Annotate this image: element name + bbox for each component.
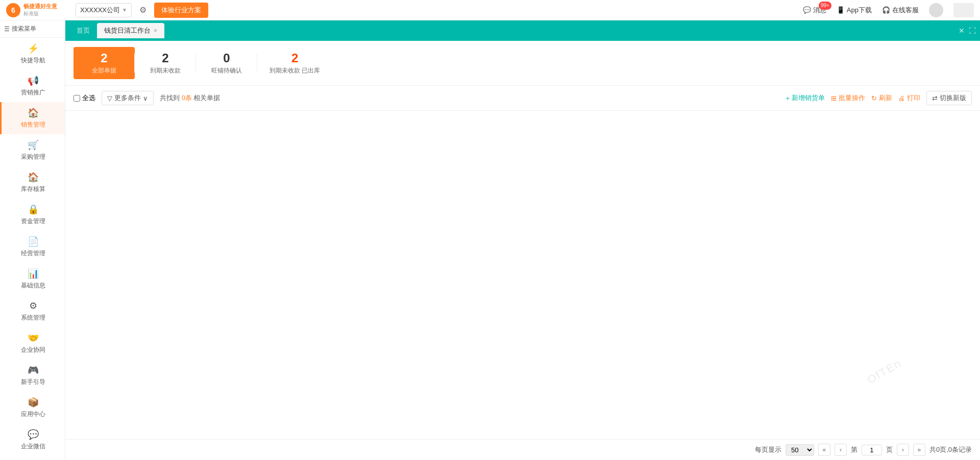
sidebar-item-app-center[interactable]: 📦 应用中心 [0, 392, 65, 424]
stat-pending-number: 0 [208, 51, 245, 65]
maximize-icon[interactable]: ⛶ [969, 27, 976, 35]
print-btn[interactable]: 🖨 打印 [898, 93, 920, 103]
table-area [65, 111, 980, 439]
purchase-icon: 🛒 [28, 139, 39, 151]
marketing-icon: 📢 [28, 75, 39, 86]
first-page-btn[interactable]: « [818, 444, 830, 456]
stats-row: 2 全部单据 2 到期未收款 0 旺铺待确认 2 到期未收款 已出库 [65, 41, 980, 86]
stat-pending-label: 旺铺待确认 [208, 66, 245, 75]
app-center-icon: 📦 [28, 397, 39, 408]
download-icon: 📱 [837, 6, 845, 14]
sidebar-item-sales[interactable]: 🏠 销售管理 [0, 102, 65, 134]
page-input[interactable] [862, 445, 882, 455]
sidebar-item-finance[interactable]: 🔒 资金管理 [0, 199, 65, 231]
found-prefix: 共找到 [160, 94, 180, 102]
sidebar-item-purchase[interactable]: 🛒 采购管理 [0, 134, 65, 166]
settings-icon[interactable]: ⚙ [136, 3, 150, 17]
user-name-area[interactable] [953, 3, 974, 17]
header-right: 💬 消息 99+ 📱 App下载 🎧 在线客服 [803, 3, 974, 17]
chevron-down-icon: ▼ [122, 7, 127, 13]
prev-page-btn[interactable]: ‹ [835, 444, 847, 456]
refresh-btn[interactable]: ↻ 刷新 [871, 93, 892, 103]
refresh-label: 刷新 [879, 93, 892, 103]
switch-icon: ⇄ [932, 94, 938, 102]
select-all-input[interactable] [74, 95, 80, 102]
page-unit: 页 [886, 445, 893, 454]
app-download-btn[interactable]: 📱 App下载 [837, 6, 872, 15]
sidebar-item-wechat[interactable]: 💬 企业微信 [0, 424, 65, 456]
experience-btn[interactable]: 体验行业方案 [154, 3, 208, 18]
company-name: XXXXXX公司 [80, 6, 120, 15]
sidebar-item-cooperation[interactable]: 🤝 企业协同 [0, 327, 65, 359]
inventory-icon: 🏠 [28, 172, 39, 183]
tab-bar: 首页 钱货日清工作台 × ✕ ⛶ [65, 20, 980, 41]
message-btn[interactable]: 💬 消息 99+ [803, 6, 826, 15]
content-area: 首页 钱货日清工作台 × ✕ ⛶ 2 全部单据 2 到期未收款 [65, 20, 980, 460]
found-text: 共找到 0条 相关单据 [160, 93, 220, 103]
avatar[interactable] [929, 3, 943, 17]
found-count: 0条 [182, 94, 192, 102]
stat-shipped[interactable]: 2 到期未收款 已出库 [257, 47, 332, 79]
stat-all[interactable]: 2 全部单据 [74, 47, 135, 79]
app-download-label: App下载 [847, 6, 872, 15]
page-label: 第 [851, 445, 857, 454]
message-badge: 99+ [819, 2, 831, 10]
chevron-down-icon: ∨ [143, 94, 148, 102]
next-page-btn[interactable]: › [897, 444, 909, 456]
plus-icon: + [786, 94, 790, 102]
sidebar-item-member[interactable]: ✓ 畅会员 [0, 456, 65, 460]
sidebar-item-marketing[interactable]: 📢 营销推广 [0, 70, 65, 102]
switch-new-version-btn[interactable]: ⇄ 切换新版 [926, 91, 972, 105]
stat-shipped-label: 到期未收款 已出库 [270, 66, 320, 75]
add-sales-order-btn[interactable]: + 新增销货单 [786, 93, 825, 103]
sidebar-item-system[interactable]: ⚙ 系统管理 [0, 295, 65, 327]
system-icon: ⚙ [29, 300, 37, 311]
print-icon: 🖨 [898, 94, 905, 102]
page-content: 2 全部单据 2 到期未收款 0 旺铺待确认 2 到期未收款 已出库 [65, 41, 980, 460]
online-service-btn[interactable]: 🎧 在线客服 [882, 6, 919, 15]
sidebar-item-search[interactable]: ☰ 搜索菜单 [0, 20, 65, 38]
last-page-btn[interactable]: » [913, 444, 925, 456]
operations-icon: 📄 [28, 236, 39, 247]
switch-label: 切换新版 [940, 93, 966, 103]
logo-icon: 6 [6, 3, 20, 17]
tab-close-icon[interactable]: × [154, 27, 157, 34]
toolbar-right: + 新增销货单 ⊞ 批量操作 ↻ 刷新 🖨 打印 [786, 91, 972, 105]
select-all-checkbox[interactable]: 全选 [74, 93, 95, 103]
online-service-label: 在线客服 [892, 6, 919, 15]
refresh-icon: ↻ [871, 94, 877, 102]
wechat-icon: 💬 [28, 429, 39, 440]
add-label: 新增销货单 [792, 93, 825, 103]
tab-workbench[interactable]: 钱货日清工作台 × [97, 23, 164, 38]
sidebar-item-quick-nav[interactable]: ⚡ 快捷导航 [0, 38, 65, 70]
select-all-label: 全选 [82, 93, 95, 103]
tab-home-label: 首页 [77, 26, 90, 35]
pagination: 每页显示 50 100 200 « ‹ 第 页 › » 共0页,0条记录 [65, 439, 980, 460]
cooperation-icon: 🤝 [28, 332, 39, 344]
page-size-label: 每页显示 [755, 445, 781, 454]
stat-overdue[interactable]: 2 到期未收款 [135, 47, 196, 79]
sidebar-item-guide[interactable]: 🎮 新手引导 [0, 359, 65, 392]
print-label: 打印 [907, 93, 920, 103]
batch-operation-btn[interactable]: ⊞ 批量操作 [831, 93, 865, 103]
filter-icon: ▽ [107, 94, 112, 102]
finance-icon: 🔒 [28, 204, 39, 215]
sidebar-item-operations[interactable]: 📄 经营管理 [0, 231, 65, 263]
stat-overdue-number: 2 [147, 51, 184, 65]
page-size-select[interactable]: 50 100 200 [786, 444, 814, 456]
minimize-icon[interactable]: ✕ [959, 27, 965, 35]
lightning-icon: ⚡ [28, 43, 39, 54]
tab-home[interactable]: 首页 [69, 23, 97, 38]
total-info: 共0页,0条记录 [929, 445, 972, 454]
batch-icon: ⊞ [831, 94, 837, 102]
guide-icon: 🎮 [28, 365, 39, 376]
service-icon: 🎧 [882, 6, 890, 14]
basic-info-icon: 📊 [28, 268, 39, 279]
toolbar: 全选 ▽ 更多条件 ∨ 共找到 0条 相关单据 + 新增销货单 [65, 86, 980, 111]
filter-btn[interactable]: ▽ 更多条件 ∨ [102, 91, 154, 105]
sidebar-item-basic-info[interactable]: 📊 基础信息 [0, 263, 65, 295]
stat-pending[interactable]: 0 旺铺待确认 [196, 47, 257, 79]
sidebar-item-inventory[interactable]: 🏠 库存核算 [0, 166, 65, 199]
batch-label: 批量操作 [839, 93, 865, 103]
company-selector[interactable]: XXXXXX公司 ▼ [76, 3, 132, 17]
